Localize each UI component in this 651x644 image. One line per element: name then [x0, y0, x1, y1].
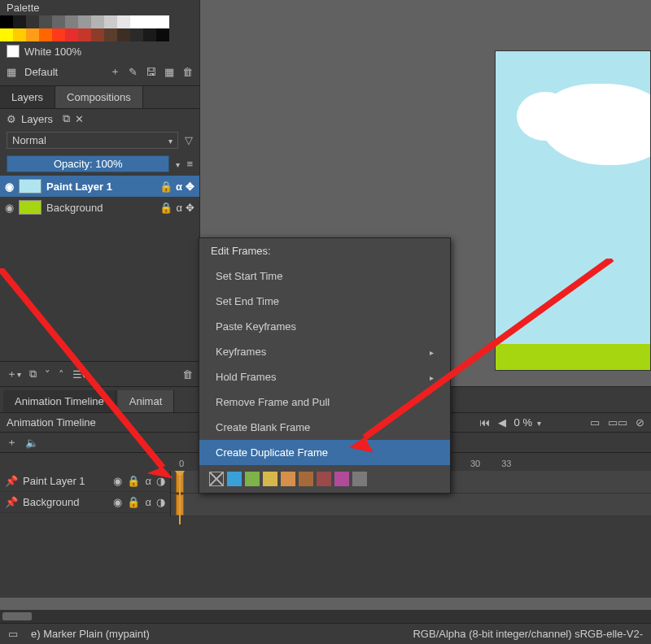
track-lock-icon[interactable]: 🔒 — [127, 475, 140, 487]
palette-swatch[interactable] — [117, 15, 130, 28]
track-visibility-icon[interactable]: ◉ — [113, 475, 122, 487]
track-onion-icon[interactable]: ◑ — [156, 496, 165, 508]
palette-swatch[interactable] — [130, 15, 143, 28]
track-visibility-icon[interactable]: ◉ — [113, 496, 122, 508]
palette-swatch[interactable] — [26, 28, 39, 41]
palette-swatch[interactable] — [156, 28, 169, 41]
preset-grid-icon[interactable]: ▦ — [7, 66, 16, 78]
context-item-paste-keyframes[interactable]: Paste Keyframes — [199, 314, 450, 339]
palette-swatch[interactable] — [156, 15, 169, 28]
track-lock-icon[interactable]: 🔒 — [127, 496, 140, 508]
palette-swatch[interactable] — [78, 28, 91, 41]
palette-swatch[interactable] — [143, 15, 156, 28]
frame-color-swatch[interactable] — [227, 472, 242, 486]
palette-swatch[interactable] — [91, 15, 104, 28]
frame-color-swatch[interactable] — [352, 472, 367, 486]
grid-icon[interactable]: ▦ — [164, 66, 174, 78]
palette-swatch[interactable] — [104, 15, 117, 28]
playhead[interactable] — [179, 477, 181, 524]
move-icon[interactable]: ✥ — [186, 181, 194, 193]
context-item-hold-frames[interactable]: Hold Frames — [199, 364, 450, 389]
properties-icon[interactable]: ☰ — [72, 368, 86, 381]
layer-row[interactable]: ◉Paint Layer 1🔒α✥ — [0, 176, 199, 197]
opacity-slider[interactable]: Opacity: 100% — [7, 155, 169, 172]
context-item-keyframes[interactable]: Keyframes — [199, 339, 450, 364]
pin-icon[interactable]: 📌 — [5, 475, 18, 487]
playback-prev-icon[interactable]: ◀ — [498, 416, 506, 429]
palette-swatch[interactable] — [52, 15, 65, 28]
scrollbar-thumb[interactable] — [2, 612, 32, 620]
palette-swatch[interactable] — [78, 15, 91, 28]
palette-swatch[interactable] — [39, 15, 52, 28]
filter-icon[interactable]: ▽ — [185, 134, 193, 146]
opacity-menu-icon[interactable]: ≡ — [186, 158, 193, 170]
audio-icon[interactable]: 🔈 — [25, 437, 38, 449]
duplicate-layer-icon[interactable]: ⧉ — [29, 368, 37, 381]
palette-swatch[interactable] — [0, 28, 13, 41]
blend-mode-select[interactable]: Normal — [7, 132, 178, 149]
palette-swatch[interactable] — [91, 28, 104, 41]
context-item-create-blank-frame[interactable]: Create Blank Frame — [199, 415, 450, 440]
opacity-chevron-icon[interactable] — [176, 158, 180, 170]
palette-swatch[interactable] — [117, 28, 130, 41]
context-item-set-end-time[interactable]: Set End Time — [199, 289, 450, 314]
context-item-remove-frame-and-pull[interactable]: Remove Frame and Pull — [199, 389, 450, 415]
palette-swatch[interactable] — [130, 28, 143, 41]
tab-animation-timeline[interactable]: Animation Timeline — [3, 390, 116, 412]
add-track-icon[interactable]: ＋ — [7, 435, 17, 450]
frame-color-swatch[interactable] — [281, 472, 295, 486]
onion-multi-icon[interactable]: ▭▭ — [608, 416, 627, 429]
palette-swatch[interactable] — [13, 28, 26, 41]
frame-color-swatch[interactable] — [209, 472, 224, 486]
pin-icon[interactable]: 📌 — [5, 496, 18, 508]
palette-swatch[interactable] — [26, 15, 39, 28]
palette-swatch[interactable] — [143, 28, 156, 41]
timeline-track-header[interactable]: 📌Background◉🔒α◑ — [0, 492, 170, 513]
track-alpha-icon[interactable]: α — [145, 475, 151, 487]
horizontal-scrollbar[interactable] — [0, 610, 651, 623]
visibility-icon[interactable]: ◉ — [5, 202, 14, 214]
palette-swatch[interactable] — [13, 15, 26, 28]
add-layer-icon[interactable]: ＋ — [7, 367, 21, 381]
canvas-view[interactable] — [495, 50, 651, 371]
add-icon[interactable]: ＋ — [110, 64, 120, 79]
palette-swatch[interactable] — [39, 28, 52, 41]
frame-color-swatch[interactable] — [245, 472, 260, 486]
delete-icon[interactable]: 🗑 — [182, 66, 193, 78]
save-icon[interactable]: 🖫 — [146, 66, 156, 78]
alpha-icon[interactable]: α — [176, 181, 182, 193]
track-onion-icon[interactable]: ◑ — [156, 475, 165, 487]
frame-color-swatch[interactable] — [299, 472, 313, 486]
move-up-icon[interactable]: ˄ — [59, 368, 64, 381]
context-item-create-duplicate-frame[interactable]: Create Duplicate Frame — [199, 440, 450, 465]
timeline-track-header[interactable]: 📌Paint Layer 1◉🔒α◑ — [0, 471, 170, 492]
lock-icon[interactable]: 🔒 — [159, 181, 173, 193]
onion-skin-icon[interactable]: ▭ — [590, 416, 600, 429]
onion-off-icon[interactable]: ⊘ — [636, 416, 644, 429]
delete-layer-icon[interactable]: 🗑 — [182, 368, 193, 381]
track-alpha-icon[interactable]: α — [145, 496, 151, 508]
float-icon[interactable]: ⧉ — [63, 112, 70, 125]
tab-compositions[interactable]: Compositions — [55, 86, 143, 108]
frame-color-swatch[interactable] — [317, 472, 331, 486]
close-icon[interactable]: ✕ — [75, 113, 84, 125]
zoom-chevron-icon[interactable] — [537, 416, 541, 429]
lock-icon[interactable]: 🔒 — [159, 202, 173, 214]
palette-swatch[interactable] — [52, 28, 65, 41]
move-down-icon[interactable]: ˅ — [45, 368, 50, 381]
gear-icon[interactable]: ⚙ — [7, 113, 16, 125]
palette-grid[interactable] — [0, 15, 199, 41]
layer-row[interactable]: ◉Background🔒α✥ — [0, 197, 199, 218]
palette-swatch[interactable] — [65, 15, 78, 28]
palette-swatch[interactable] — [0, 15, 13, 28]
edit-icon[interactable]: ✎ — [129, 66, 138, 78]
palette-swatch[interactable] — [65, 28, 78, 41]
playback-first-icon[interactable]: ⏮ — [479, 416, 490, 429]
timeline-track[interactable] — [171, 494, 651, 516]
tab-animat[interactable]: Animat — [118, 390, 174, 412]
alpha-icon[interactable]: α — [176, 202, 182, 214]
context-item-set-start-time[interactable]: Set Start Time — [199, 263, 450, 289]
frame-color-swatch[interactable] — [334, 472, 349, 486]
frame-color-swatch[interactable] — [263, 472, 277, 486]
tab-layers[interactable]: Layers — [0, 86, 55, 108]
